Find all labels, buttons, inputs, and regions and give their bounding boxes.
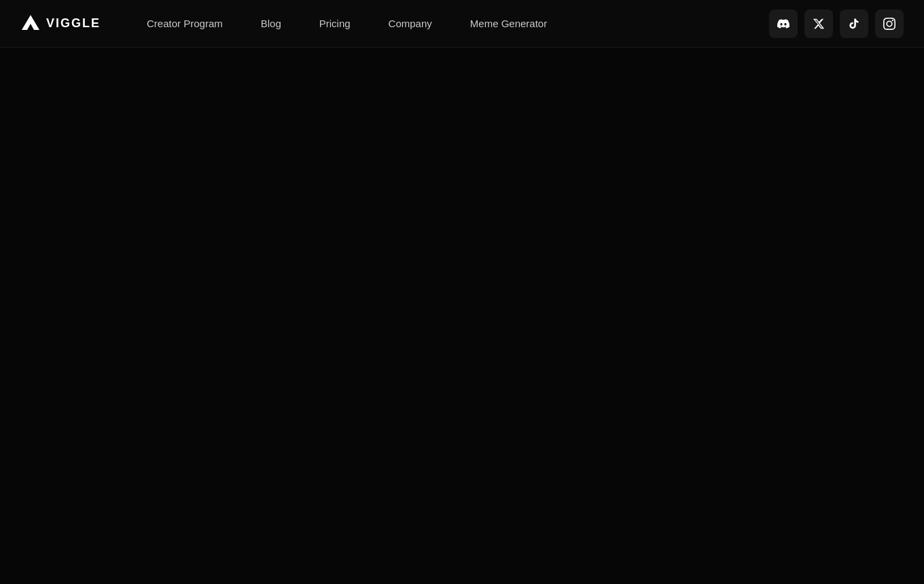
viggle-logo-icon: [20, 14, 41, 34]
tiktok-button[interactable]: [840, 10, 868, 38]
nav-item-blog[interactable]: Blog: [242, 0, 300, 48]
header-left: VIGGLE Creator Program Blog Pricing Comp…: [20, 0, 566, 48]
main-header: VIGGLE Creator Program Blog Pricing Comp…: [0, 0, 924, 48]
twitter-icon: [813, 18, 825, 30]
logo[interactable]: VIGGLE: [20, 14, 101, 34]
nav-item-meme-generator[interactable]: Meme Generator: [451, 0, 566, 48]
tiktok-icon: [848, 18, 860, 30]
logo-text: VIGGLE: [46, 16, 101, 31]
nav-item-company[interactable]: Company: [370, 0, 451, 48]
instagram-icon: [883, 18, 895, 30]
instagram-button[interactable]: [875, 10, 904, 38]
main-content: [0, 48, 924, 584]
nav-item-pricing[interactable]: Pricing: [300, 0, 370, 48]
twitter-button[interactable]: [804, 10, 833, 38]
discord-button[interactable]: [769, 10, 798, 38]
nav-item-creator-program[interactable]: Creator Program: [128, 0, 242, 48]
discord-icon: [777, 18, 789, 30]
main-nav: Creator Program Blog Pricing Company Mem…: [128, 0, 566, 48]
header-right: [769, 10, 904, 38]
